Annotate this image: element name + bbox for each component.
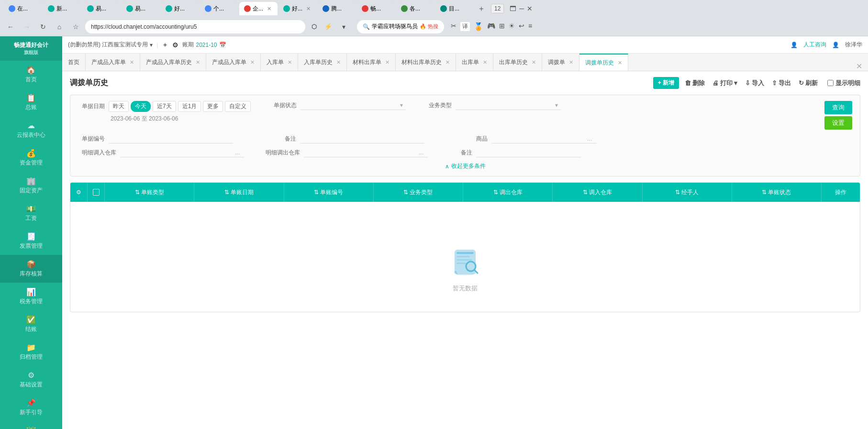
detail-outwh-input[interactable]	[304, 148, 419, 157]
collapse-button[interactable]: ∧ 收起更多条件	[445, 162, 486, 170]
sidebar-item-inventory[interactable]: 📦 库存核算	[0, 255, 62, 283]
detail-inwh-ellipsis-btn[interactable]: ...	[235, 149, 240, 156]
browser-tab-8[interactable]: 好... ✕	[278, 2, 317, 15]
tab-inbound-close[interactable]: ✕	[288, 59, 292, 66]
date-btn-yesterday[interactable]: 昨天	[109, 101, 129, 112]
tab-transfer[interactable]: 调拨单 ✕	[542, 54, 579, 71]
sidebar-item-assets[interactable]: 🏢 固定资产	[0, 172, 62, 199]
date-btn-month1[interactable]: 近1月	[178, 101, 201, 112]
import-button[interactable]: ⇩ 导入	[743, 79, 766, 88]
tab-outbound-history-close[interactable]: ✕	[532, 59, 536, 66]
tab-transfer-history[interactable]: 调拨单历史 ✕	[579, 54, 628, 71]
display-toggle-checkbox[interactable]	[827, 80, 834, 86]
window-controls[interactable]: 🗖 ─ ✕	[510, 5, 533, 12]
undo-icon[interactable]: ↩	[519, 22, 524, 31]
translate-icon[interactable]: 译	[460, 22, 470, 31]
address-input[interactable]	[85, 20, 305, 33]
detail-outwh-ellipsis-btn[interactable]: ...	[419, 149, 423, 156]
docnum-input[interactable]	[109, 134, 233, 143]
browser-tab-12[interactable]: 目...	[435, 2, 474, 15]
minimize-icon[interactable]: ─	[519, 5, 524, 12]
biztype-select[interactable]: ▾	[456, 101, 561, 110]
th-in-warehouse[interactable]: ⇅ 调入仓库	[553, 183, 642, 202]
sidebar-item-closing[interactable]: ✅ 结账	[0, 310, 62, 338]
tab-material-outbound-history-close[interactable]: ✕	[445, 59, 450, 66]
search-area[interactable]: 🔍 学霸应聘场驱鸟员 🔥 热搜	[357, 20, 444, 33]
tab-material-outbound-history[interactable]: 材料出库单历史 ✕	[396, 54, 456, 71]
brightness-icon[interactable]: ☀	[509, 22, 515, 31]
restore-icon[interactable]: 🗖	[510, 5, 516, 12]
user-service-label[interactable]: 人工咨询	[803, 41, 826, 49]
date-btn-week7[interactable]: 近7天	[153, 101, 176, 112]
tab-material-outbound-close[interactable]: ✕	[385, 59, 389, 66]
tab-inbound-history-close[interactable]: ✕	[336, 59, 341, 66]
dropdown-icon[interactable]: ▾	[337, 20, 350, 33]
browser-tab-3[interactable]: 易...	[82, 2, 121, 15]
sidebar-item-settings[interactable]: ⚙ 基础设置	[0, 366, 62, 394]
sidebar-item-member[interactable]: 👑 畅会员	[0, 421, 62, 429]
grid-icon[interactable]: ⊞	[499, 22, 505, 31]
sidebar-item-guide[interactable]: 📌 新手引导	[0, 394, 62, 421]
sidebar-item-reports[interactable]: ☁ 云报表中心	[0, 116, 62, 144]
goods-input[interactable]	[491, 134, 587, 143]
browser-tab-6[interactable]: 个...	[200, 2, 238, 15]
th-checkbox[interactable]	[88, 183, 105, 202]
browser-tab-5[interactable]: 好...	[161, 2, 199, 15]
back-button[interactable]: ←	[4, 20, 17, 33]
sidebar-item-invoice[interactable]: 🧾 发票管理	[0, 227, 62, 255]
detail-remark-input[interactable]	[476, 148, 581, 157]
sidebar-item-tax[interactable]: 📊 税务管理	[0, 283, 62, 310]
sidebar-item-funds[interactable]: 💰 资金管理	[0, 144, 62, 172]
close-window-icon[interactable]: ✕	[527, 5, 533, 12]
browser-tab-9[interactable]: 腾...	[318, 2, 356, 15]
tab-outbound[interactable]: 出库单 ✕	[456, 54, 493, 71]
filter-settings-button[interactable]: 设置	[824, 116, 852, 130]
sidebar-item-home[interactable]: 🏠 首页	[0, 61, 62, 88]
new-tab-button[interactable]: ＋	[476, 3, 487, 14]
th-doc-status[interactable]: ⇅ 单账状态	[732, 183, 822, 202]
bookmark-button[interactable]: ☆	[69, 20, 82, 33]
forward-button[interactable]: →	[20, 20, 33, 33]
detail-inwh-input[interactable]	[120, 148, 235, 157]
tab-finished-goods-inbound-history[interactable]: 产成品入库单历史 ✕	[140, 54, 206, 71]
delete-button[interactable]: 🗑 删除	[683, 79, 707, 88]
tab-finished-goods-inbound-close[interactable]: ✕	[130, 59, 134, 66]
status-select[interactable]: ▾	[300, 101, 406, 110]
lightning-icon[interactable]: ⚡	[323, 21, 334, 33]
th-handler[interactable]: ⇅ 经手人	[643, 183, 732, 202]
query-button[interactable]: 查询	[824, 101, 852, 114]
tab-finished-goods-inbound2[interactable]: 产成品入库单 ✕	[206, 54, 261, 71]
period-selector[interactable]: 账期 2021-10 📅	[182, 41, 226, 49]
date-btn-today[interactable]: 今天	[131, 101, 151, 112]
sidebar-item-ledger[interactable]: 📋 总账	[0, 88, 62, 116]
date-btn-custom[interactable]: 自定义	[225, 101, 251, 112]
tab-finished-goods-inbound-history-close[interactable]: ✕	[196, 59, 200, 66]
browser-tab-1[interactable]: 在...	[4, 2, 42, 15]
scissors-icon[interactable]: ✂	[451, 22, 456, 31]
add-company-icon[interactable]: ＋	[162, 41, 168, 49]
th-biz-type[interactable]: ⇅ 业务类型	[374, 183, 463, 202]
tab-home[interactable]: 首页	[62, 54, 86, 71]
company-selector[interactable]: (勿删勿禁用) 江西服宝测试专用 ▾	[68, 41, 153, 49]
export-button[interactable]: ⇧ 导出	[770, 79, 793, 88]
username-label[interactable]: 徐泽华	[845, 41, 862, 49]
tab-finished-goods-inbound[interactable]: 产成品入库单 ✕	[86, 54, 140, 71]
refresh-button[interactable]: ↻ 刷新	[797, 79, 820, 88]
browser-tab-11[interactable]: 各...	[396, 2, 434, 15]
select-all-checkbox[interactable]	[93, 189, 100, 196]
extensions-icon[interactable]: ⬡	[308, 21, 320, 33]
tab-material-outbound[interactable]: 材料出库单 ✕	[347, 54, 396, 71]
medal-icon[interactable]: 🏅	[474, 22, 483, 31]
th-doc-date[interactable]: ⇅ 单账日期	[194, 183, 284, 202]
tab-inbound[interactable]: 入库单 ✕	[261, 54, 298, 71]
game-icon[interactable]: 🎮	[487, 22, 495, 31]
th-doc-type[interactable]: ⇅ 单账类型	[105, 183, 194, 202]
refresh-button[interactable]: ↻	[36, 20, 50, 33]
tab-inbound-history[interactable]: 入库单历史 ✕	[298, 54, 347, 71]
sidebar-item-payroll[interactable]: 💵 工资	[0, 199, 62, 227]
th-out-warehouse[interactable]: ⇅ 调出仓库	[463, 183, 553, 202]
tab-outbound-history[interactable]: 出库单历史 ✕	[493, 54, 542, 71]
tab-transfer-history-close[interactable]: ✕	[618, 60, 622, 66]
settings-gear-icon[interactable]: ⚙	[172, 41, 178, 49]
app-logo[interactable]: 畅捷通好会计 旗舰版	[0, 36, 62, 61]
